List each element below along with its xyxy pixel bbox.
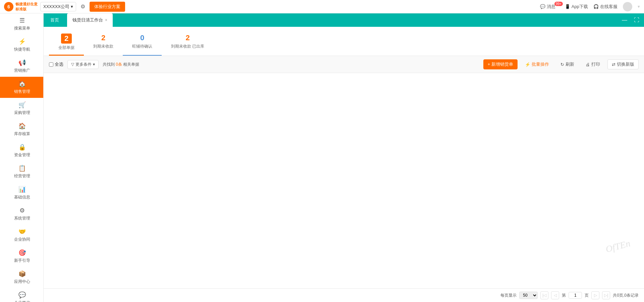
message-badge: 99+ bbox=[554, 2, 563, 6]
quick-nav-icon: ⚡ bbox=[18, 38, 26, 45]
tab-home[interactable]: 首页 bbox=[44, 13, 66, 27]
tab-minimize-btn[interactable]: — bbox=[620, 15, 629, 25]
trial-button[interactable]: 体验行业方案 bbox=[90, 2, 125, 12]
wechat-icon: 💬 bbox=[18, 291, 26, 299]
operation-icon: 📋 bbox=[18, 165, 26, 172]
stat-tab-overdue[interactable]: 2 到期未收款 bbox=[84, 31, 123, 56]
toolbar: 全选 ▽ 更多条件 ▾ 共找到 0条 相关单据 + 新增销货单 ⚡ 批量操作 ↻ bbox=[44, 56, 644, 73]
purchase-icon: 🛒 bbox=[18, 101, 26, 109]
main-content: 首页 钱货日清工作台 × — ⛶ 2 全部单据 2 到期未收款 0 旺辅待确认 bbox=[44, 13, 644, 302]
print-label: 打印 bbox=[591, 61, 600, 67]
settings-icon[interactable]: ⚙ bbox=[79, 3, 87, 11]
sidebar-item-app-center[interactable]: 📦 应用中心 bbox=[0, 267, 43, 288]
page-first-btn[interactable]: |◁ bbox=[540, 291, 548, 299]
sidebar-item-basic-info[interactable]: 📊 基础信息 bbox=[0, 182, 43, 203]
table-area bbox=[44, 73, 644, 288]
app-center-icon: 📦 bbox=[18, 270, 26, 278]
basic-info-icon: 📊 bbox=[18, 186, 26, 193]
sidebar-label-quick-nav: 快捷导航 bbox=[14, 47, 30, 52]
finance-icon: 🔒 bbox=[18, 143, 26, 151]
add-sales-order-btn[interactable]: + 新增销货单 bbox=[483, 59, 518, 69]
online-service-item[interactable]: 🎧 在线客服 bbox=[593, 4, 618, 10]
logo-text: 畅捷通好生意 标准版 bbox=[15, 2, 38, 11]
filter-icon: ▽ bbox=[71, 62, 74, 67]
batch-label: 批量操作 bbox=[532, 61, 549, 67]
stat-tab-wangwang[interactable]: 0 旺辅待确认 bbox=[123, 31, 162, 56]
marketing-icon: 📢 bbox=[18, 59, 26, 66]
batch-operation-btn[interactable]: ⚡ 批量操作 bbox=[521, 60, 553, 69]
tab-close-btn[interactable]: × bbox=[105, 18, 107, 22]
logo-icon: 6 bbox=[4, 2, 13, 11]
app-download-label: App下载 bbox=[572, 4, 588, 10]
stat-tab-all[interactable]: 2 全部单据 bbox=[49, 31, 84, 56]
refresh-btn[interactable]: ↻ 刷新 bbox=[556, 60, 578, 69]
sidebar-item-operation[interactable]: 📋 经营管理 bbox=[0, 161, 43, 182]
refresh-icon: ↻ bbox=[560, 62, 564, 67]
sidebar-item-guide[interactable]: 🎯 新手引导 bbox=[0, 246, 43, 267]
sidebar-label-wechat: 企业微信 bbox=[14, 300, 30, 302]
sidebar-item-inventory[interactable]: 🏠 库存核算 bbox=[0, 119, 43, 140]
select-all-checkbox[interactable]: 全选 bbox=[49, 61, 63, 67]
message-item[interactable]: 💬 消息 99+ bbox=[540, 4, 559, 10]
sidebar-item-enterprise[interactable]: 🤝 企业协同 bbox=[0, 225, 43, 246]
sidebar-item-sales[interactable]: 🏠 销售管理 bbox=[0, 77, 43, 98]
sidebar-item-wechat[interactable]: 💬 企业微信 bbox=[0, 288, 43, 302]
inventory-icon: 🏠 bbox=[18, 122, 26, 130]
sidebar-item-quick-nav[interactable]: ⚡ 快捷导航 bbox=[0, 35, 43, 56]
layout: ☰ 搜索菜单 ⚡ 快捷导航 📢 营销推广 🏠 销售管理 🛒 采购管理 🏠 库存核… bbox=[0, 13, 644, 302]
switch-version-btn[interactable]: ⇄ 切换新版 bbox=[607, 59, 639, 69]
page-last-btn[interactable]: ▷| bbox=[602, 291, 610, 299]
sidebar-label-finance: 资金管理 bbox=[14, 152, 30, 158]
per-page-select[interactable]: 50 10 20 100 bbox=[519, 292, 538, 299]
sidebar-item-system[interactable]: ⚙ 系统管理 bbox=[0, 203, 43, 225]
stat-number-overdue-shipped: 2 bbox=[186, 34, 190, 42]
sidebar-label-app-center: 应用中心 bbox=[14, 279, 30, 285]
stat-label-overdue: 到期未收款 bbox=[93, 44, 113, 49]
sidebar-item-finance[interactable]: 🔒 资金管理 bbox=[0, 140, 43, 161]
toolbar-right: + 新增销货单 ⚡ 批量操作 ↻ 刷新 🖨 打印 ⇄ 切换新版 bbox=[483, 59, 639, 69]
stat-label-wangwang: 旺辅待确认 bbox=[132, 44, 152, 49]
tab-bar-actions: — ⛶ bbox=[620, 15, 644, 25]
print-btn[interactable]: 🖨 打印 bbox=[582, 60, 604, 69]
phone-icon: 📱 bbox=[565, 4, 570, 9]
tab-maximize-btn[interactable]: ⛶ bbox=[632, 15, 641, 25]
stat-number-wangwang: 0 bbox=[140, 34, 144, 42]
sidebar-label-system: 系统管理 bbox=[14, 216, 30, 221]
top-bar-left: 6 畅捷通好生意 标准版 XXXXXX公司 ▾ ⚙ 体验行业方案 bbox=[4, 2, 125, 12]
avatar[interactable] bbox=[623, 2, 632, 11]
found-text: 共找到 0条 相关单据 bbox=[103, 62, 139, 67]
found-count: 0条 bbox=[116, 62, 122, 67]
company-name: XXXXXX公司 bbox=[43, 4, 69, 10]
sidebar-label-marketing: 营销推广 bbox=[14, 68, 30, 73]
page-input[interactable] bbox=[569, 292, 582, 299]
sidebar-item-search-menu[interactable]: ☰ 搜索菜单 bbox=[0, 13, 43, 35]
top-bar-right: 💬 消息 99+ 📱 App下载 🎧 在线客服 ▾ bbox=[540, 2, 640, 11]
sidebar-item-purchase[interactable]: 🛒 采购管理 bbox=[0, 98, 43, 119]
select-all-label: 全选 bbox=[55, 61, 63, 67]
username-area[interactable]: ▾ bbox=[638, 4, 640, 9]
stat-tab-overdue-shipped[interactable]: 2 到期未收款 已出库 bbox=[162, 31, 214, 56]
pagination: 每页显示 50 10 20 100 |◁ ◁ 第 页 ▷ ▷| 共0页,0条记录 bbox=[44, 288, 644, 302]
guide-icon: 🎯 bbox=[18, 249, 26, 256]
page-label: 第 bbox=[562, 293, 566, 298]
filter-button[interactable]: ▽ 更多条件 ▾ bbox=[67, 60, 99, 69]
app-download-item[interactable]: 📱 App下载 bbox=[565, 4, 588, 10]
page-prev-btn[interactable]: ◁ bbox=[551, 291, 559, 299]
switch-label: 切换新版 bbox=[617, 61, 634, 67]
sidebar-label-inventory: 库存核算 bbox=[14, 131, 30, 137]
refresh-label: 刷新 bbox=[566, 61, 574, 67]
total-label: 共0页,0条记录 bbox=[613, 293, 639, 298]
sidebar-label-search-menu: 搜索菜单 bbox=[14, 25, 30, 31]
per-page-label: 每页显示 bbox=[500, 293, 517, 298]
enterprise-icon: 🤝 bbox=[18, 228, 26, 235]
dropdown-icon: ▾ bbox=[71, 4, 73, 9]
service-icon: 🎧 bbox=[593, 4, 599, 9]
sidebar-label-basic-info: 基础信息 bbox=[14, 194, 30, 200]
sidebar-item-marketing[interactable]: 📢 营销推广 bbox=[0, 56, 43, 77]
tab-active-label: 钱货日清工作台 bbox=[72, 17, 103, 23]
page-next-btn[interactable]: ▷ bbox=[591, 291, 599, 299]
filter-down-icon: ▾ bbox=[93, 62, 95, 67]
select-all-input[interactable] bbox=[49, 62, 53, 67]
tab-active[interactable]: 钱货日清工作台 × bbox=[67, 13, 113, 27]
company-selector[interactable]: XXXXXX公司 ▾ bbox=[40, 2, 76, 11]
